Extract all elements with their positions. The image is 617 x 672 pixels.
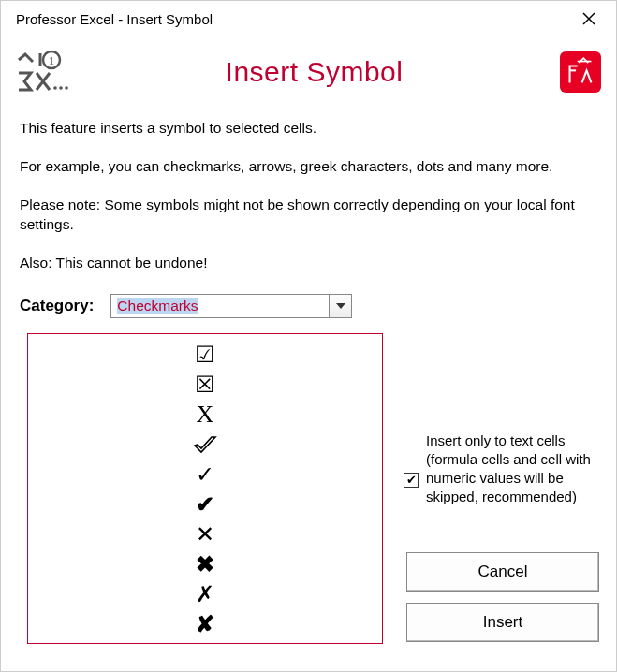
window-title: Professor Excel - Insert Symbol	[16, 11, 213, 27]
desc-line-4: Also: This cannot be undone!	[20, 254, 599, 273]
list-item[interactable]: ☒	[28, 370, 382, 400]
brand-icon	[560, 51, 601, 93]
symbol-list[interactable]: ☑ ☒ X ✓ ✔ ✕ ✖ ✗ ✘	[27, 333, 383, 644]
content: ☑ ☒ X ✓ ✔ ✕ ✖ ✗ ✘ ✔ Insert only to text …	[1, 320, 616, 659]
desc-line-2: For example, you can checkmarks, arrows,…	[20, 157, 599, 177]
list-item[interactable]: ✕	[28, 519, 382, 549]
cancel-button[interactable]: Cancel	[406, 552, 599, 592]
list-item[interactable]: ☑	[28, 340, 382, 370]
option-text-cells: ✔ Insert only to text cells (formula cel…	[404, 431, 599, 507]
desc-line-1: This feature inserts a symbol to selecte…	[20, 119, 599, 139]
list-item[interactable]	[28, 430, 382, 460]
category-select[interactable]: Checkmarks	[110, 294, 352, 318]
svg-point-7	[59, 86, 63, 90]
list-item[interactable]: ✗	[28, 579, 382, 609]
category-select-value: Checkmarks	[111, 295, 329, 317]
titlebar: Professor Excel - Insert Symbol	[1, 1, 616, 37]
list-item[interactable]: ✓	[28, 460, 382, 489]
desc-line-3: Please note: Some symbols might not be s…	[20, 196, 599, 235]
text-cells-checkbox[interactable]: ✔	[404, 473, 419, 488]
feature-icon: 1	[16, 51, 68, 94]
description: This feature inserts a symbol to selecte…	[1, 98, 616, 286]
page-title: Insert Symbol	[68, 56, 560, 88]
header: 1 Insert Symbol	[1, 37, 616, 98]
svg-point-6	[53, 86, 57, 90]
svg-text:1: 1	[49, 53, 55, 67]
text-cells-label: Insert only to text cells (formula cells…	[426, 431, 599, 507]
category-label: Category:	[20, 297, 94, 315]
close-button[interactable]	[575, 5, 603, 33]
category-row: Category: Checkmarks	[1, 286, 616, 320]
close-icon	[582, 12, 595, 25]
list-item[interactable]: ✖	[28, 549, 382, 579]
chevron-down-icon	[329, 295, 351, 317]
list-item[interactable]: ✔	[28, 489, 382, 519]
insert-button[interactable]: Insert	[406, 603, 599, 642]
list-item[interactable]: ✘	[28, 609, 382, 639]
list-item[interactable]: X	[28, 400, 382, 430]
right-column: ✔ Insert only to text cells (formula cel…	[404, 333, 599, 644]
